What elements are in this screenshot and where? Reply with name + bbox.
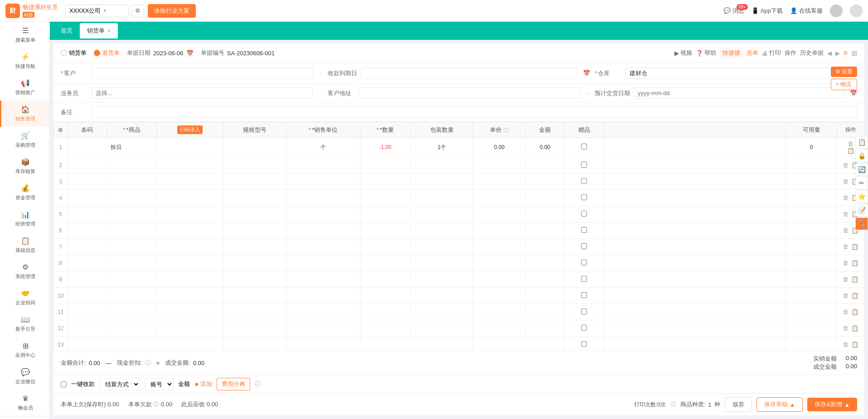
delete-icon[interactable]: 🗑 xyxy=(848,140,853,147)
calendar-icon[interactable]: 📅 xyxy=(186,50,194,57)
operate-link[interactable]: 操作 xyxy=(785,49,796,57)
tab-sales-order[interactable]: 销货单 × xyxy=(80,23,118,39)
sidebar-settings-btn[interactable]: ⚙ xyxy=(0,416,49,419)
delete-icon[interactable]: 🗑 xyxy=(843,292,849,299)
nav-prev-icon[interactable]: ◀ xyxy=(827,50,832,57)
delete-icon[interactable]: 🗑 xyxy=(843,178,849,185)
print-link[interactable]: 🖨 打印 xyxy=(762,49,781,57)
abandon-button[interactable]: 放弃 xyxy=(725,397,752,412)
copy-icon[interactable]: 📋 xyxy=(851,276,858,283)
scan-btn[interactable]: 扫码录入 xyxy=(177,125,203,134)
row-pkg-qty[interactable]: 1个 xyxy=(410,138,473,157)
copy-icon[interactable]: 📋 xyxy=(851,325,858,332)
row-spec[interactable] xyxy=(223,138,286,157)
delete-icon[interactable]: 🗑 xyxy=(843,341,849,348)
quick-btn-5[interactable]: ⭐ xyxy=(855,190,868,203)
save-draft-button[interactable]: 保存草稿 ▲ xyxy=(756,397,803,412)
tab-close-icon[interactable]: × xyxy=(107,28,111,34)
sidebar-item-system[interactable]: ⚙ 系统管理 xyxy=(0,258,49,284)
copy-icon[interactable]: 📋 xyxy=(851,292,858,299)
customer-addr-more-icon[interactable]: ··· xyxy=(585,90,590,96)
trial-button[interactable]: 体验行业方案 xyxy=(148,4,196,18)
sidebar-item-appstore[interactable]: ⊞ 应用中心 xyxy=(0,337,49,363)
online-service-button[interactable]: 👤 在线客服 xyxy=(790,7,823,15)
settings-gear-button[interactable]: ⚙ xyxy=(131,5,144,17)
sidebar-item-base[interactable]: 📋 基础信息 xyxy=(0,232,49,258)
radio-sales-order[interactable]: 销货单 xyxy=(61,49,87,57)
expense-info-icon[interactable]: ⓘ xyxy=(255,380,261,388)
delete-icon[interactable]: 🗑 xyxy=(843,325,849,332)
sidebar-item-wechat[interactable]: 💬 企业微信 xyxy=(0,363,49,390)
delete-icon[interactable]: 🗑 xyxy=(843,276,849,283)
copy-icon[interactable]: 📋 xyxy=(851,341,858,348)
quick-btn-3[interactable]: 🔄 xyxy=(855,163,868,176)
payment-date-cal-icon[interactable]: 📅 xyxy=(583,70,590,77)
row-product[interactable]: 拆贝 xyxy=(107,138,157,157)
message-button[interactable]: 💬 消息 99+ xyxy=(723,7,744,15)
sidebar-item-guide[interactable]: 📖 新手引导 xyxy=(0,311,49,337)
delete-icon[interactable]: 🗑 xyxy=(843,227,849,234)
sidebar-item-quick[interactable]: ⚡ 快捷导航 xyxy=(0,48,49,74)
row-amount[interactable]: 0.00 xyxy=(525,138,564,157)
row-qty[interactable]: -1.00 xyxy=(360,138,410,157)
product-types-info-icon[interactable]: ⓘ xyxy=(670,401,676,409)
company-selector[interactable]: XXXXX公司 ▼ xyxy=(65,5,129,17)
one-click-payment-checkbox[interactable] xyxy=(61,381,67,387)
arrearage-info-icon[interactable]: ⓘ xyxy=(153,401,159,408)
list-view-icon[interactable]: ≡ xyxy=(844,49,848,57)
sidebar-item-vip[interactable]: ♛ 畅会员 xyxy=(0,390,49,416)
row-gift[interactable] xyxy=(565,138,604,157)
copy-icon[interactable]: 📋 xyxy=(851,308,858,315)
expense-split-button[interactable]: 费用分摊 xyxy=(217,378,250,390)
payment-account-select[interactable]: 账号 xyxy=(145,378,174,390)
select-link[interactable]: 选单 xyxy=(747,49,758,57)
save-new-button[interactable]: 保存&新增 ▲ xyxy=(807,398,857,411)
delete-icon[interactable]: 🗑 xyxy=(843,194,849,201)
shortcut-link[interactable]: 快捷键 xyxy=(720,48,743,58)
salesperson-more-icon[interactable]: ··· xyxy=(318,90,323,96)
quick-btn-7[interactable]: 🔧 xyxy=(855,217,868,230)
payment-method-select[interactable]: 结算方式 xyxy=(99,378,140,390)
expected-delivery-cal-icon[interactable]: 📅 xyxy=(850,90,857,96)
sidebar-item-purchase[interactable]: 🛒 采购管理 xyxy=(0,127,49,153)
sidebar-item-collab[interactable]: 🤝 企业协同 xyxy=(0,284,49,311)
delete-icon[interactable]: 🗑 xyxy=(843,243,849,250)
customer-more-icon[interactable]: ··· xyxy=(318,70,323,77)
customer-addr-input[interactable] xyxy=(359,87,580,99)
th-scan[interactable]: 扫码录入 xyxy=(157,122,223,138)
delete-icon[interactable]: 🗑 xyxy=(843,308,849,315)
video-link[interactable]: ▶ 视频 xyxy=(674,49,692,57)
sidebar-item-inventory[interactable]: 📦 库存核算 xyxy=(0,153,49,179)
history-link[interactable]: 历史单据 xyxy=(800,49,824,57)
delete-icon[interactable]: 🗑 xyxy=(843,162,849,169)
tab-home[interactable]: 首页 xyxy=(53,23,80,39)
copy-icon[interactable]: 📋 xyxy=(847,147,854,154)
copy-icon[interactable]: 📋 xyxy=(851,243,858,250)
salesperson-input[interactable] xyxy=(92,87,313,99)
sidebar-item-marketing[interactable]: 📢 营销推广 xyxy=(0,74,49,101)
customer-input[interactable] xyxy=(92,67,313,79)
delete-icon[interactable]: 🗑 xyxy=(843,260,849,266)
sidebar-item-operations[interactable]: 📊 经营管理 xyxy=(0,206,49,232)
delete-icon[interactable]: 🗑 xyxy=(843,211,849,217)
quick-btn-4[interactable]: ✏ xyxy=(855,177,868,189)
row-unit[interactable]: 个 xyxy=(286,138,360,157)
grid-view-icon[interactable]: ⊞ xyxy=(851,49,857,58)
quick-btn-6[interactable]: 📝 xyxy=(855,204,868,217)
sidebar-item-search[interactable]: ☰ 搜索菜单 xyxy=(0,22,49,48)
warehouse-input[interactable] xyxy=(626,67,847,79)
quick-btn-2[interactable]: 🔒 xyxy=(855,149,868,162)
quick-btn-1[interactable]: 📋 xyxy=(855,136,868,149)
th-gear[interactable]: ⚙ xyxy=(54,122,68,138)
remarks-input[interactable] xyxy=(92,106,857,118)
help-link[interactable]: ❓ 帮助 xyxy=(696,49,716,57)
add-payment-button[interactable]: ● 添加 xyxy=(194,380,212,388)
sidebar-item-finance[interactable]: 💰 资金管理 xyxy=(0,179,49,206)
row-price[interactable]: 0.00 xyxy=(473,138,525,157)
discount-info-icon[interactable]: ⓘ xyxy=(145,359,151,367)
expected-delivery-input[interactable] xyxy=(634,87,844,99)
settings-button[interactable]: ⚙ ⚙ 设置设置 xyxy=(831,67,857,77)
avatar[interactable] xyxy=(830,5,843,17)
nav-next-icon[interactable]: ▶ xyxy=(835,50,840,57)
radio-return-order[interactable]: 退货单 xyxy=(94,49,120,57)
